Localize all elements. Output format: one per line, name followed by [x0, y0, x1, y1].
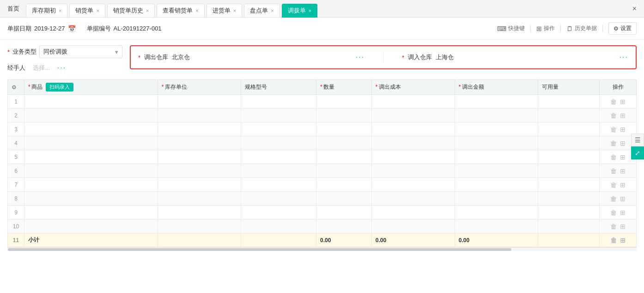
spec-cell-2[interactable] — [241, 109, 316, 122]
main-close-button[interactable]: × — [627, 5, 642, 13]
copy-icon-11[interactable]: ⊞ — [620, 237, 626, 244]
delete-icon-10[interactable]: 🗑 — [610, 223, 617, 230]
history-button[interactable]: 🗒 历史单据 — [566, 24, 597, 32]
product-cell-3[interactable] — [24, 122, 158, 136]
product-cell-6[interactable] — [24, 164, 158, 178]
delete-icon-2[interactable]: 🗑 — [610, 112, 617, 119]
qty-cell-1[interactable] — [316, 95, 372, 109]
qty-cell-9[interactable] — [316, 206, 372, 220]
person-more-button[interactable]: ··· — [57, 64, 66, 72]
unit-cell-4[interactable] — [158, 136, 241, 150]
qty-cell-7[interactable] — [316, 178, 372, 192]
cost-cell-1[interactable] — [371, 95, 455, 109]
cost-cell-10[interactable] — [371, 220, 455, 233]
unit-cell-6[interactable] — [158, 164, 241, 178]
tab-sales-order[interactable]: 销货单 × — [69, 4, 105, 18]
amount-cell-5[interactable] — [455, 150, 538, 164]
available-cell-7[interactable] — [538, 178, 599, 192]
delete-icon-4[interactable]: 🗑 — [610, 140, 617, 147]
calendar-icon[interactable]: 📅 — [68, 25, 76, 32]
delete-icon-3[interactable]: 🗑 — [610, 126, 617, 133]
tab-purchase[interactable]: 进货单 × — [207, 4, 242, 18]
spec-cell-10[interactable] — [241, 220, 316, 233]
tab-close-inventory[interactable]: × — [59, 8, 61, 13]
product-cell-8[interactable] — [24, 192, 158, 206]
copy-icon-8[interactable]: ⊞ — [620, 195, 626, 202]
amount-cell-6[interactable] — [455, 164, 538, 178]
product-cell-9[interactable] — [24, 206, 158, 220]
tab-close-view-sales[interactable]: × — [195, 8, 198, 13]
amount-cell-9[interactable] — [455, 206, 538, 220]
delete-icon-7[interactable]: 🗑 — [610, 181, 617, 189]
spec-cell-4[interactable] — [241, 136, 316, 150]
tab-view-sales[interactable]: 查看销货单 × — [157, 4, 204, 18]
tab-close-sales[interactable]: × — [96, 8, 99, 13]
copy-icon-5[interactable]: ⊞ — [620, 153, 626, 161]
scroll-bar[interactable] — [7, 247, 637, 251]
available-cell-3[interactable] — [538, 122, 599, 136]
shortcut-button[interactable]: ⌨ 快捷键 — [497, 24, 525, 32]
delete-icon-1[interactable]: 🗑 — [610, 98, 617, 105]
available-cell-5[interactable] — [538, 150, 599, 164]
copy-icon-9[interactable]: ⊞ — [620, 209, 626, 216]
copy-icon-2[interactable]: ⊞ — [620, 112, 626, 119]
amount-cell-1[interactable] — [455, 95, 538, 109]
product-cell-7[interactable] — [24, 178, 158, 192]
qty-cell-5[interactable] — [316, 150, 372, 164]
unit-cell-8[interactable] — [158, 192, 241, 206]
spec-cell-8[interactable] — [241, 192, 316, 206]
amount-cell-4[interactable] — [455, 136, 538, 150]
copy-icon-1[interactable]: ⊞ — [620, 98, 626, 105]
spec-cell-5[interactable] — [241, 150, 316, 164]
amount-cell-10[interactable] — [455, 220, 538, 233]
copy-icon-6[interactable]: ⊞ — [620, 167, 626, 175]
float-expand-button[interactable]: ⤢ — [631, 146, 644, 159]
person-input[interactable]: 选择... — [33, 64, 50, 72]
warehouse-out-more-button[interactable]: ··· — [356, 53, 365, 61]
amount-cell-2[interactable] — [455, 109, 538, 122]
qty-cell-2[interactable] — [316, 109, 372, 122]
tab-close-purchase[interactable]: × — [233, 8, 236, 13]
amount-cell-8[interactable] — [455, 192, 538, 206]
amount-cell-7[interactable] — [455, 178, 538, 192]
cost-cell-4[interactable] — [371, 136, 455, 150]
delete-icon-6[interactable]: 🗑 — [610, 167, 617, 175]
spec-cell-9[interactable] — [241, 206, 316, 220]
qty-cell-6[interactable] — [316, 164, 372, 178]
available-cell-1[interactable] — [538, 95, 599, 109]
product-cell-4[interactable] — [24, 136, 158, 150]
cost-cell-9[interactable] — [371, 206, 455, 220]
business-type-select[interactable]: 同价调拨 ▾ — [39, 45, 122, 58]
tab-transfer[interactable]: 调拨单 × — [282, 4, 317, 18]
product-cell-1[interactable] — [24, 95, 158, 109]
available-cell-9[interactable] — [538, 206, 599, 220]
unit-cell-7[interactable] — [158, 178, 241, 192]
copy-icon-3[interactable]: ⊞ — [620, 126, 626, 133]
unit-cell-10[interactable] — [158, 220, 241, 233]
operate-button[interactable]: ⊞ 操作 — [536, 24, 555, 32]
tab-close-sales-history[interactable]: × — [146, 8, 149, 13]
scan-input-button[interactable]: 扫码录入 — [46, 83, 73, 92]
delete-icon-8[interactable]: 🗑 — [610, 195, 617, 202]
available-cell-6[interactable] — [538, 164, 599, 178]
copy-icon-4[interactable]: ⊞ — [620, 140, 626, 147]
qty-cell-10[interactable] — [316, 220, 372, 233]
available-cell-2[interactable] — [538, 109, 599, 122]
cost-cell-2[interactable] — [371, 109, 455, 122]
available-cell-8[interactable] — [538, 192, 599, 206]
available-cell-10[interactable] — [538, 220, 599, 233]
tab-home[interactable]: 首页 — [2, 0, 25, 18]
tab-close-check[interactable]: × — [271, 8, 273, 13]
amount-cell-3[interactable] — [455, 122, 538, 136]
product-cell-10[interactable] — [24, 220, 158, 233]
copy-icon-7[interactable]: ⊞ — [620, 181, 626, 189]
qty-cell-8[interactable] — [316, 192, 372, 206]
cost-cell-5[interactable] — [371, 150, 455, 164]
warehouse-in-more-button[interactable]: ··· — [620, 53, 628, 61]
qty-cell-3[interactable] — [316, 122, 372, 136]
qty-cell-4[interactable] — [316, 136, 372, 150]
settings-button[interactable]: ⚙ 设置 — [608, 22, 637, 35]
product-cell-5[interactable] — [24, 150, 158, 164]
spec-cell-3[interactable] — [241, 122, 316, 136]
tab-sales-history[interactable]: 销货单历史 × — [107, 4, 155, 18]
